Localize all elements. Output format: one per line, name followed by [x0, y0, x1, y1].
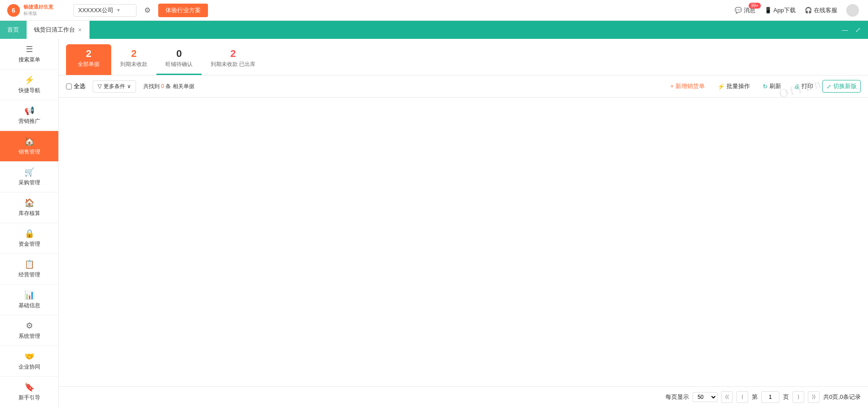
search-unit: 条	[165, 83, 171, 89]
print-button[interactable]: 🖨 打印	[790, 80, 817, 92]
online-service-button[interactable]: 🎧 在线客服	[805, 6, 837, 14]
sidebar-label-basic-info: 基础信息	[19, 302, 40, 309]
batch-label: 批量操作	[726, 82, 750, 90]
tab-home[interactable]: 首页	[0, 21, 27, 39]
logo-icon: 6	[7, 4, 20, 17]
first-page-button[interactable]: ⟨⟨	[721, 391, 733, 403]
last-page-button[interactable]: ⟩⟩	[808, 391, 820, 403]
nav-tab-controls: — ⤢	[840, 21, 868, 39]
stat-label-pending: 旺铺待确认	[165, 61, 193, 68]
message-badge: 99+	[749, 3, 761, 9]
content-area: 2 全部单据 2 到期未收款 0 旺铺待确认 2 到期未收款 已出库 全选	[59, 39, 868, 407]
refresh-label: 刷新	[769, 82, 781, 90]
sidebar-item-enterprise[interactable]: 🤝 企业协同	[0, 346, 58, 377]
print-icon: 🖨	[794, 83, 800, 90]
search-menu-icon: ☰	[26, 44, 33, 54]
sidebar-item-sales[interactable]: 🏠 销售管理	[0, 131, 58, 162]
table-area	[59, 98, 868, 386]
sidebar-label-system: 系统管理	[19, 332, 40, 340]
tab-close-icon[interactable]: ✕	[78, 27, 82, 33]
refresh-icon: ↻	[763, 83, 768, 90]
settings-button[interactable]: ⚙	[140, 3, 155, 18]
per-page-select[interactable]: 50 20 100	[693, 392, 717, 402]
marketing-icon: 📢	[24, 106, 34, 116]
toolbar-right: + 新增销货单 ⚡ 批量操作 ↻ 刷新 🖨 打印 ⤢ 切换新版	[667, 80, 861, 93]
filter-btn-label: 更多条件	[104, 83, 125, 90]
select-all-label: 全选	[74, 82, 85, 90]
stats-tabs: 2 全部单据 2 到期未收款 0 旺铺待确认 2 到期未收款 已出库	[59, 39, 868, 75]
sidebar-item-finance[interactable]: 🔒 资金管理	[0, 223, 58, 254]
stat-tab-overdue-shipped[interactable]: 2 到期未收款 已出库	[202, 44, 264, 75]
sidebar-item-purchase[interactable]: 🛒 采购管理	[0, 162, 58, 192]
logo-area: 6 畅捷通好生意 标准版	[7, 4, 66, 17]
chevron-down-icon: ▼	[116, 8, 121, 13]
app-download-label: App下载	[774, 6, 796, 14]
trial-button[interactable]: 体验行业方案	[158, 4, 208, 17]
sidebar-item-guide[interactable]: 🔖 新手引导	[0, 377, 58, 407]
more-filter-button[interactable]: ▽ 更多条件 ∨	[93, 80, 136, 93]
sidebar-label-quick-nav: 快捷导航	[19, 87, 40, 94]
user-avatar[interactable]	[846, 4, 861, 17]
app-icon: 📱	[764, 7, 772, 14]
sidebar-label-search: 搜索菜单	[19, 56, 40, 64]
batch-operation-button[interactable]: ⚡ 批量操作	[714, 80, 754, 92]
sidebar-item-quick-nav[interactable]: ⚡ 快捷导航	[0, 70, 58, 100]
operations-icon: 📋	[24, 259, 34, 269]
filter-icon: ▽	[98, 83, 102, 89]
print-label: 打印	[802, 82, 813, 90]
page-label: 第	[752, 393, 758, 401]
sidebar-label-enterprise: 企业协同	[19, 363, 40, 371]
search-result: 共找到 0 条 相关单据	[143, 83, 194, 90]
stat-label-overdue: 到期未收款	[120, 61, 147, 68]
nav-tabs: 首页 钱货日清工作台 ✕ — ⤢	[0, 21, 868, 39]
stat-number-overdue: 2	[131, 48, 137, 60]
refresh-button[interactable]: ↻ 刷新	[759, 80, 785, 92]
tab-minimize-button[interactable]: —	[840, 24, 850, 35]
tab-cash-goods[interactable]: 钱货日清工作台 ✕	[27, 21, 90, 39]
sidebar-label-guide: 新手引导	[19, 394, 40, 402]
headset-icon: 🎧	[805, 7, 812, 14]
sidebar-item-marketing[interactable]: 📢 营销推广	[0, 100, 58, 131]
company-selector[interactable]: XXXXXX公司 ▼	[73, 4, 137, 17]
pagination-bar: 每页显示 50 20 100 ⟨⟨ ⟨ 第 页 ⟩ ⟩⟩ 共0页,0条记录	[59, 386, 868, 407]
top-header: 6 畅捷通好生意 标准版 XXXXXX公司 ▼ ⚙ 体验行业方案 💬 消息 99…	[0, 0, 868, 21]
sales-icon: 🏠	[24, 136, 34, 146]
next-page-button[interactable]: ⟩	[793, 391, 804, 403]
add-sales-order-button[interactable]: + 新增销货单	[667, 80, 708, 92]
enterprise-icon: 🤝	[24, 351, 34, 361]
select-all-input[interactable]	[66, 84, 72, 89]
switch-new-version-button[interactable]: ⤢ 切换新版	[822, 80, 861, 93]
page-label2: 页	[783, 393, 789, 401]
sidebar-item-inventory[interactable]: 🏠 库存核算	[0, 192, 58, 223]
stat-number-all: 2	[86, 48, 91, 60]
main-layout: ☰ 搜索菜单 ⚡ 快捷导航 📢 营销推广 🏠 销售管理 🛒 采购管理 🏠 库存核…	[0, 39, 868, 407]
home-tab-label: 首页	[7, 26, 19, 34]
total-info: 共0页,0条记录	[823, 393, 861, 401]
sidebar-item-basic-info[interactable]: 📊 基础信息	[0, 285, 58, 315]
sidebar-item-search[interactable]: ☰ 搜索菜单	[0, 39, 58, 70]
message-icon: 💬	[735, 7, 742, 14]
search-count: 0	[161, 83, 164, 89]
online-service-label: 在线客服	[814, 6, 837, 14]
sidebar-label-marketing: 营销推广	[19, 117, 40, 125]
switch-icon: ⤢	[826, 83, 831, 90]
app-download-button[interactable]: 📱 App下载	[764, 6, 796, 14]
switch-label: 切换新版	[833, 82, 857, 90]
stat-label-overdue-shipped: 到期未收款 已出库	[211, 61, 255, 68]
tab-maximize-button[interactable]: ⤢	[854, 24, 863, 35]
stat-tab-pending[interactable]: 0 旺铺待确认	[156, 44, 202, 75]
filter-chevron-icon: ∨	[127, 83, 131, 89]
sidebar-item-operations[interactable]: 📋 经营管理	[0, 254, 58, 285]
stat-tab-all[interactable]: 2 全部单据	[66, 44, 111, 75]
stat-tab-overdue[interactable]: 2 到期未收款	[111, 44, 156, 75]
prev-page-button[interactable]: ⟨	[736, 391, 748, 403]
select-all-checkbox[interactable]: 全选	[66, 82, 85, 90]
purchase-icon: 🛒	[24, 167, 34, 177]
sidebar-item-system[interactable]: ⚙ 系统管理	[0, 315, 58, 346]
page-number-input[interactable]	[761, 391, 779, 403]
message-button[interactable]: 💬 消息 99+	[735, 6, 755, 14]
sidebar-label-sales: 销售管理	[19, 148, 40, 156]
sidebar: ☰ 搜索菜单 ⚡ 快捷导航 📢 营销推广 🏠 销售管理 🛒 采购管理 🏠 库存核…	[0, 39, 59, 407]
per-page-label: 每页显示	[665, 393, 689, 401]
guide-icon: 🔖	[24, 382, 34, 392]
